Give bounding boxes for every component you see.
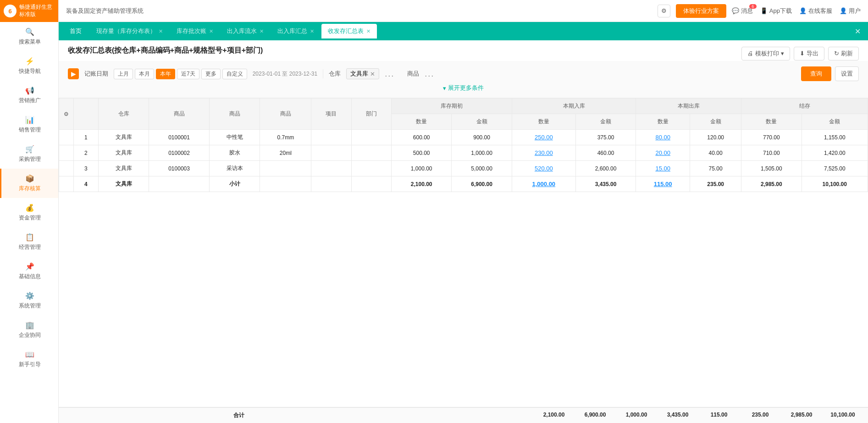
sidebar-item-inventory[interactable]: 📦 库存核算 — [0, 169, 58, 198]
online-service-btn[interactable]: 👤 在线客服 — [799, 7, 832, 15]
data-table: ⚙ 仓库 商品 商品 商品 项目 部门 库存期初 本期入库 本期出库 结存 — [59, 98, 868, 192]
chevron-down-icon: ▾ — [781, 50, 784, 57]
td-closing-qty: 710.00 — [741, 145, 802, 161]
inventory-icon: 📦 — [25, 174, 34, 183]
sidebar-item-search[interactable]: 🔍 搜索菜单 — [0, 22, 58, 51]
warehouse-tag-close[interactable]: ✕ — [370, 71, 375, 77]
tab-recv-send-summary[interactable]: 收发存汇总表 ✕ — [321, 24, 377, 38]
tab-close-icon[interactable]: ✕ — [209, 28, 213, 34]
in-qty-link[interactable]: 230.00 — [535, 149, 553, 156]
th-closing-group: 结存 — [741, 99, 868, 114]
tab-in-out-flow[interactable]: 出入库流水 ✕ — [221, 24, 270, 38]
td-out-qty[interactable]: 80.00 — [636, 130, 690, 145]
date-btn-custom[interactable]: 自定义 — [222, 69, 247, 79]
notification-badge: 6 — [749, 4, 757, 9]
sales-icon: 📊 — [25, 115, 34, 124]
query-btn[interactable]: 查询 — [801, 66, 831, 81]
tab-in-out-summary[interactable]: 出入库汇总 ✕ — [271, 24, 321, 38]
td-in-qty[interactable]: 230.00 — [512, 145, 575, 161]
sidebar-item-marketing[interactable]: 📢 营销推广 — [0, 81, 58, 110]
td-goods-code — [149, 176, 209, 192]
logo-icon: 6 — [4, 5, 17, 17]
tab-home[interactable]: 首页 — [62, 24, 89, 38]
print-btn[interactable]: 🖨 模板打印 ▾ — [741, 47, 790, 60]
td-in-amt: 375.00 — [575, 130, 636, 145]
th-settings[interactable]: ⚙ — [59, 99, 74, 130]
td-warehouse: 文具库 — [98, 161, 149, 176]
date-btn-this-year[interactable]: 本年 — [156, 69, 175, 79]
tab-batch-ledger[interactable]: 库存批次账 ✕ — [170, 24, 220, 38]
export-btn[interactable]: ⬇ 导出 — [794, 47, 824, 60]
user-btn[interactable]: 👤 用户 — [840, 7, 861, 15]
app-download-btn[interactable]: 📱 App下载 — [760, 7, 792, 15]
td-goods-name: 小计 — [209, 176, 260, 192]
th-out-qty: 数量 — [636, 114, 690, 130]
export-icon: ⬇ — [800, 50, 805, 57]
td-out-amt: 235.00 — [690, 176, 741, 192]
date-btn-this-month[interactable]: 本月 — [135, 69, 154, 79]
message-btn[interactable]: 💬 消息 6 — [732, 7, 753, 15]
sidebar-nav: 🔍 搜索菜单 ⚡ 快捷导航 📢 营销推广 📊 销售管理 🛒 采购管理 📦 库存核… — [0, 22, 58, 423]
filter-settings-btn[interactable]: 设置 — [835, 66, 859, 81]
td-out-qty[interactable]: 115.00 — [636, 176, 690, 192]
out-qty-link[interactable]: 115.00 — [654, 181, 672, 187]
expand-more-btn[interactable]: ▾ 展开更多条件 — [443, 84, 484, 92]
system-title-area: 装备及固定资产辅助管理系统 — [66, 7, 652, 15]
warehouse-more-btn[interactable]: ... — [385, 69, 394, 79]
td-out-qty[interactable]: 15.00 — [636, 161, 690, 176]
out-qty-link[interactable]: 15.00 — [655, 165, 670, 172]
filter-toggle-btn[interactable]: ▶ — [68, 68, 79, 79]
out-qty-link[interactable]: 20.00 — [655, 149, 670, 156]
user-label: 用户 — [849, 7, 861, 15]
sidebar-item-label: 营销推广 — [19, 97, 41, 104]
sidebar-item-guide[interactable]: 📖 新手引导 — [0, 345, 58, 374]
warehouse-tag-text: 文具库 — [350, 70, 368, 78]
in-qty-link[interactable]: 520.00 — [535, 165, 553, 172]
tab-close-icon[interactable]: ✕ — [366, 28, 370, 34]
message-icon: 💬 — [732, 7, 739, 14]
th-goods-spec: 商品 — [260, 99, 311, 130]
sidebar-item-quick-nav[interactable]: ⚡ 快捷导航 — [0, 51, 58, 81]
in-qty-link[interactable]: 1,000.00 — [532, 181, 556, 187]
warehouse-label: 仓库 — [329, 70, 341, 78]
td-department — [351, 130, 391, 145]
tab-in-out-flow-label: 出入库流水 — [227, 27, 257, 35]
sidebar-item-purchase[interactable]: 🛒 采购管理 — [0, 139, 58, 169]
sidebar-item-label: 经营管理 — [19, 243, 41, 251]
sidebar-item-basic-info[interactable]: 📌 基础信息 — [0, 257, 58, 286]
print-icon: 🖨 — [747, 50, 753, 57]
th-in-amt: 金额 — [575, 114, 636, 130]
td-in-qty[interactable]: 520.00 — [512, 161, 575, 176]
sidebar-item-label: 企业协同 — [19, 331, 41, 339]
td-out-qty[interactable]: 20.00 — [636, 145, 690, 161]
refresh-btn[interactable]: ↻ 刷新 — [828, 47, 859, 60]
sidebar-item-operations[interactable]: 📋 经营管理 — [0, 227, 58, 257]
tab-close-icon[interactable]: ✕ — [159, 28, 163, 34]
tab-home-label: 首页 — [70, 27, 82, 35]
tab-inventory-dist[interactable]: 现存量（库存分布表） ✕ — [90, 24, 169, 38]
goods-more-btn[interactable]: ... — [425, 69, 434, 79]
out-qty-link[interactable]: 80.00 — [655, 134, 670, 141]
td-opening-qty: 2,100.00 — [391, 176, 451, 192]
sidebar-logo: 6 畅捷通好生意标准版 — [0, 0, 58, 22]
td-closing-amt: 1,155.00 — [802, 130, 868, 145]
sidebar-item-sales[interactable]: 📊 销售管理 — [0, 110, 58, 139]
td-in-qty[interactable]: 1,000.00 — [512, 176, 575, 192]
experience-btn[interactable]: 体验行业方案 — [676, 4, 726, 18]
settings-button[interactable]: ⚙ — [658, 5, 670, 17]
footer-placeholder4 — [497, 412, 533, 419]
sidebar-item-finance[interactable]: 💰 资金管理 — [0, 198, 58, 227]
close-all-tabs-btn[interactable]: ✕ — [851, 25, 864, 38]
date-btn-more[interactable]: 更多 — [201, 69, 221, 79]
td-in-qty[interactable]: 250.00 — [512, 130, 575, 145]
date-btn-7days[interactable]: 近7天 — [177, 69, 199, 79]
sidebar-item-enterprise[interactable]: 🏢 企业协同 — [0, 315, 58, 345]
in-qty-link[interactable]: 250.00 — [535, 134, 553, 141]
tab-close-icon[interactable]: ✕ — [260, 28, 264, 34]
date-btn-prev-month[interactable]: 上月 — [114, 69, 133, 79]
sidebar-item-system[interactable]: ⚙️ 系统管理 — [0, 286, 58, 315]
basic-info-icon: 📌 — [25, 262, 34, 271]
sidebar-item-label: 采购管理 — [19, 155, 41, 163]
tab-close-icon[interactable]: ✕ — [310, 28, 314, 34]
td-in-amt: 2,600.00 — [575, 161, 636, 176]
